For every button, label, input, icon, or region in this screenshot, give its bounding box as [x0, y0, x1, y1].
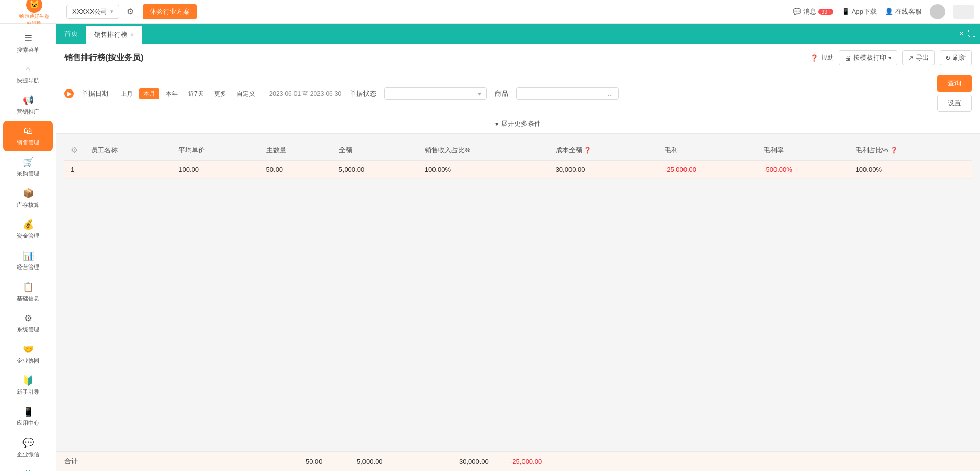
- table-container: ⚙ 员工名称 平均单价 主数量 全额 销售收入占比% 成本全额 ❓ 毛利 毛利率: [56, 134, 980, 451]
- tab-home-label: 首页: [64, 29, 78, 38]
- app-download-label: App下载: [852, 7, 877, 16]
- logo-area: 🐱 畅康通好生意 标准版: [6, 0, 62, 27]
- sidebar-item-sales[interactable]: 🛍 销售管理: [3, 121, 53, 151]
- th-gross-pct: 毛利占比% ❓: [850, 140, 972, 161]
- footer-label: 合计: [64, 457, 105, 466]
- tab-close-icon[interactable]: ×: [130, 31, 134, 38]
- sales-icon: 🛍: [24, 126, 33, 137]
- sidebar-item-apps[interactable]: 📱 应用中心: [0, 401, 56, 432]
- sidebar-item-marketing[interactable]: 📢 营销推广: [0, 89, 56, 121]
- tab-sales-ranking[interactable]: 销售排行榜 ×: [86, 26, 142, 44]
- goods-select[interactable]: ...: [516, 87, 619, 100]
- date-tab-this-month[interactable]: 本月: [139, 88, 159, 99]
- data-table: ⚙ 员工名称 平均单价 主数量 全额 销售收入占比% 成本全额 ❓ 毛利 毛利率: [64, 140, 972, 179]
- help-label: 帮助: [821, 53, 834, 62]
- date-filter-label: 单据日期: [82, 89, 108, 98]
- msg-label: 消息: [803, 7, 816, 16]
- avatar[interactable]: [930, 4, 945, 19]
- column-settings-icon[interactable]: ⚙: [71, 146, 78, 154]
- date-tab-custom[interactable]: 自定义: [233, 88, 259, 99]
- message-icon: 💬: [793, 8, 801, 15]
- user-name-area: [953, 5, 974, 19]
- cost-help-icon[interactable]: ❓: [584, 147, 591, 154]
- page-content: 销售排行榜(按业务员) ❓ 帮助 🖨 按模板打印 ▾ ↗ 导出: [56, 44, 980, 471]
- top-right: 💬 消息 99+ 📱 App下载 👤 在线客服: [793, 4, 974, 19]
- filter-area: ▶ 单据日期 上月 本月 本年 近7天 更多 自定义 2023-06-01 至 …: [56, 70, 980, 134]
- sidebar-item-system[interactable]: ⚙ 系统管理: [0, 307, 56, 339]
- sidebar-item-member[interactable]: V 畅会员: [0, 463, 56, 471]
- sidebar-item-quick[interactable]: ⌂ 快捷导航: [0, 59, 56, 89]
- home-icon: ⌂: [25, 64, 31, 75]
- search-menu-icon: ☰: [24, 33, 32, 44]
- footer-main-qty: [248, 458, 300, 465]
- date-tab-this-year[interactable]: 本年: [162, 88, 182, 99]
- sidebar-item-finance[interactable]: 💰 资金管理: [0, 214, 56, 245]
- settings-icon-btn[interactable]: ⚙: [123, 5, 138, 19]
- sidebar-item-search[interactable]: ☰ 搜索菜单: [0, 28, 56, 59]
- window-close-icon[interactable]: ×: [959, 29, 964, 38]
- cell-main-qty: 50.00: [260, 161, 333, 179]
- sidebar-item-basic[interactable]: 📋 基础信息: [0, 276, 56, 307]
- member-icon: V: [26, 468, 30, 471]
- refresh-button[interactable]: ↻ 刷新: [940, 50, 972, 65]
- sidebar-item-guide[interactable]: 🔰 新手引导: [0, 370, 56, 401]
- sidebar-label-operation: 经营管理: [17, 263, 39, 271]
- date-tab-more[interactable]: 更多: [210, 88, 231, 99]
- th-settings[interactable]: ⚙: [64, 140, 85, 161]
- service-icon: 👤: [885, 8, 893, 15]
- expand-conditions-btn[interactable]: ▾ 展开更多条件: [495, 119, 541, 128]
- sidebar-label-corp: 企业协同: [17, 357, 39, 365]
- sidebar-item-corp[interactable]: 🤝 企业协同: [0, 339, 56, 370]
- date-tab-last-month[interactable]: 上月: [117, 88, 137, 99]
- footer-cost-val: 30,000.00: [453, 458, 504, 465]
- th-amount: 全额: [333, 140, 419, 161]
- help-button[interactable]: ❓ 帮助: [810, 53, 834, 62]
- sidebar-label-quick: 快捷导航: [17, 77, 39, 84]
- help-icon: ❓: [810, 54, 818, 62]
- sidebar-label-search: 搜索菜单: [17, 46, 39, 54]
- gear-icon: ⚙: [127, 7, 134, 16]
- date-range-display: 2023-06-01 至 2023-06-30: [269, 89, 341, 98]
- sidebar-item-purchase[interactable]: 🛒 采购管理: [0, 151, 56, 183]
- print-button[interactable]: 🖨 按模板打印 ▾: [839, 50, 897, 65]
- app-download-btn[interactable]: 📱 App下载: [841, 7, 877, 16]
- date-tab-7days[interactable]: 近7天: [184, 88, 208, 99]
- export-button[interactable]: ↗ 导出: [902, 50, 935, 65]
- content-area: 首页 销售排行榜 × × ⛶ 销售排行榜(按业务员) ❓ 帮助: [56, 24, 980, 471]
- print-label: 按模板打印: [853, 53, 886, 62]
- expand-more-row: ▾ 展开更多条件: [64, 115, 972, 128]
- trial-button[interactable]: 体验行业方案: [143, 4, 197, 19]
- footer-gross-val: -25,000.00: [504, 458, 555, 465]
- filter-actions: 查询 设置: [937, 75, 972, 112]
- messages-btn[interactable]: 💬 消息 99+: [793, 7, 833, 16]
- date-tabs: 上月 本月 本年 近7天 更多 自定义: [117, 88, 259, 99]
- page-title: 销售排行榜(按业务员): [64, 53, 144, 63]
- sidebar-item-operation[interactable]: 📊 经营管理: [0, 245, 56, 276]
- window-expand-icon[interactable]: ⛶: [968, 29, 976, 38]
- tab-bar-right: × ⛶: [959, 29, 980, 38]
- sidebar: ☰ 搜索菜单 ⌂ 快捷导航 📢 营销推广 🛍 销售管理 🛒 采购管理 📦 库存核…: [0, 24, 56, 471]
- company-selector[interactable]: XXXXX公司 ▾: [66, 5, 119, 19]
- tab-home[interactable]: 首页: [56, 24, 86, 44]
- online-service-btn[interactable]: 👤 在线客服: [885, 7, 922, 16]
- sidebar-label-sales: 销售管理: [17, 139, 39, 146]
- status-select[interactable]: ▾: [384, 87, 487, 100]
- table-header-row: ⚙ 员工名称 平均单价 主数量 全额 销售收入占比% 成本全额 ❓ 毛利 毛利率: [64, 140, 972, 161]
- grosspct-help-icon[interactable]: ❓: [890, 147, 898, 154]
- goods-filter-label: 商品: [495, 89, 508, 98]
- cell-name: [85, 161, 172, 179]
- sidebar-item-inventory[interactable]: 📦 库存核算: [0, 183, 56, 214]
- purchase-icon: 🛒: [22, 156, 34, 168]
- filter-expand-arrow[interactable]: ▶: [64, 89, 74, 98]
- cell-amount: 5,000.00: [333, 161, 419, 179]
- page-actions: ❓ 帮助 🖨 按模板打印 ▾ ↗ 导出 ↻ 刷新: [810, 50, 972, 65]
- top-bar: 🐱 畅康通好生意 标准版 XXXXX公司 ▾ ⚙ 体验行业方案 💬 消息 99+…: [0, 0, 980, 24]
- sidebar-label-guide: 新手引导: [17, 388, 39, 396]
- table-row: 1 100.00 50.00 5,000.00 100.00% 30,000.0…: [64, 161, 972, 179]
- query-button[interactable]: 查询: [937, 75, 972, 92]
- apps-icon: 📱: [22, 406, 34, 417]
- footer-spacer: [402, 458, 453, 465]
- set-button[interactable]: 设置: [937, 95, 972, 112]
- th-name: 员工名称: [85, 140, 172, 161]
- sidebar-item-wechat[interactable]: 💬 企业微信: [0, 432, 56, 463]
